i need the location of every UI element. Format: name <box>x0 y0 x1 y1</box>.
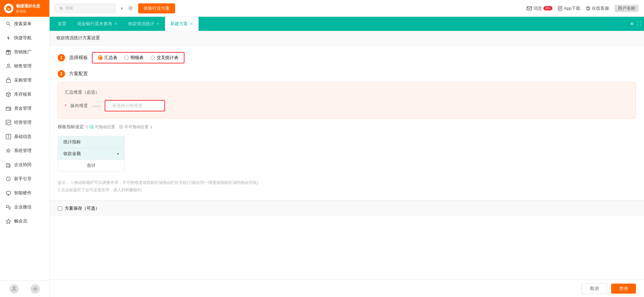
svg-point-17 <box>7 150 9 152</box>
sidebar-item-label: 营销推广 <box>14 49 32 55</box>
sidebar-item-wechat[interactable]: 企业微信 <box>0 200 49 214</box>
radio-circle-summary <box>98 55 103 60</box>
radio-detail[interactable]: 明细表 <box>124 55 144 61</box>
main-area: 搜索 ▾ ⚙ 体验行业方案 消息 99+ App下载 在线客服 用户名称 首页 <box>50 0 644 297</box>
hint-2: 2.点击标题栏下拉可设置排序、插入列和删除列 <box>58 187 636 194</box>
sidebar-item-system[interactable]: 系统管理 <box>0 144 49 158</box>
dimension-row: * 纵向维度 —— 请选择分组维度 <box>65 100 629 111</box>
tab-label: 新建方案 <box>170 21 188 27</box>
sidebar-avatar[interactable] <box>9 284 19 294</box>
svg-point-16 <box>8 135 9 136</box>
tab-new-plan[interactable]: 新建方案 ✕ <box>165 17 199 31</box>
metrics-col2-label: 合计 <box>87 163 96 168</box>
tab-close-icon[interactable]: ✕ <box>114 21 117 26</box>
sidebar-item-label: 企业协同 <box>14 162 32 168</box>
dimension-arrow: —— <box>92 103 101 108</box>
metrics-table: 统计指标 收款金额 ▾ 合计 <box>58 136 125 171</box>
box-icon <box>5 91 11 97</box>
maximize-icon[interactable]: ⛶ <box>637 21 641 27</box>
bag-icon <box>5 77 11 83</box>
logo-text: 畅捷通好生意 <box>16 3 40 9</box>
tab-home[interactable]: 首页 <box>52 17 72 31</box>
sidebar-extra-icon[interactable] <box>31 284 40 294</box>
info-icon <box>5 134 11 140</box>
member-icon <box>5 218 11 224</box>
sidebar-item-guide[interactable]: ? 新手引导 <box>0 172 49 186</box>
cancel-button[interactable]: 取消 <box>582 283 607 294</box>
sidebar-item-quick-nav[interactable]: 快捷导航 <box>0 31 49 45</box>
tab-label: 首页 <box>58 21 66 27</box>
messages-btn[interactable]: 消息 99+ <box>527 5 552 11</box>
draggable-label: 可拖动位置 <box>95 124 115 130</box>
sidebar-item-label: 搜索菜单 <box>14 21 32 27</box>
sidebar-item-funds[interactable]: 资金管理 <box>0 101 49 115</box>
guide-icon: ? <box>5 176 11 182</box>
dimension-placeholder: 请选择分组维度 <box>112 103 143 108</box>
sidebar-item-basic-info[interactable]: 基础信息 <box>0 130 49 144</box>
svg-point-2 <box>7 22 9 25</box>
tab-label: 现金银行流水查询 <box>77 21 112 27</box>
sidebar-item-label: 系统管理 <box>14 148 32 154</box>
metrics-header-label: 统计指标 <box>63 139 81 145</box>
wechat-icon <box>5 204 11 210</box>
sidebar-item-inventory[interactable]: 库存核算 <box>0 87 49 101</box>
metrics-col1-header[interactable]: 收款金额 ▾ <box>58 148 124 160</box>
sidebar-item-label: 经营管理 <box>14 119 32 126</box>
radio-cross[interactable]: 交叉统计表 <box>150 55 178 61</box>
sidebar-bottom <box>0 281 49 297</box>
tab-bar-controls: ✕ ⛶ <box>630 21 641 27</box>
settings-icon <box>5 148 11 154</box>
dimension-select[interactable]: 请选择分组维度 <box>105 100 165 111</box>
svg-point-12 <box>9 109 10 110</box>
required-mark: * <box>65 103 66 108</box>
tab-close-active-icon[interactable]: ✕ <box>190 21 193 26</box>
save-option-label: 方案保存（可选） <box>65 205 100 211</box>
sidebar-item-marketing[interactable]: 营销推广 <box>0 45 49 59</box>
svg-text:B: B <box>8 7 10 10</box>
sidebar-item-purchase[interactable]: 采购管理 <box>0 73 49 87</box>
edition-badge: 标准版 <box>16 9 40 14</box>
draggable-legend-dot <box>90 125 94 129</box>
sidebar-logo: B 畅捷通好生意 标准版 <box>0 0 49 17</box>
industry-btn[interactable]: 体验行业方案 <box>138 3 175 13</box>
metrics-title: 模板指标设定（ <box>58 124 88 130</box>
step2-badge: 2 <box>58 70 65 78</box>
user-name: 用户名称 <box>614 5 639 12</box>
search-box[interactable]: 搜索 <box>55 4 115 13</box>
sidebar-item-hardware[interactable]: 智能硬件 <box>0 186 49 200</box>
radio-summary[interactable]: 汇总表 <box>98 55 117 61</box>
sidebar-item-member[interactable]: 畅会员 <box>0 214 49 228</box>
app-download-btn[interactable]: App下载 <box>558 5 580 11</box>
lightning-icon <box>5 35 11 41</box>
metrics-col2-cell: 合计 <box>58 160 124 171</box>
svg-point-29 <box>60 7 62 9</box>
tab-close-icon[interactable]: ✕ <box>156 21 160 26</box>
support-btn[interactable]: 在线客服 <box>586 5 609 11</box>
chevron-down-icon[interactable]: ▾ <box>121 6 123 11</box>
close-window-icon[interactable]: ✕ <box>630 21 634 27</box>
tab-bank-flow[interactable]: 现金银行流水查询 ✕ <box>72 17 123 31</box>
save-checkbox[interactable] <box>58 206 62 211</box>
content-inner: 收款情况统计方案设置 1 选择模板 汇总表 明细表 <box>50 31 644 280</box>
tab-receipt-stats[interactable]: 收款情况统计 ✕ <box>123 17 165 31</box>
chart-icon <box>5 119 11 126</box>
sidebar-item-label: 销售管理 <box>14 63 32 69</box>
footer-bar: 取消 查询 <box>50 280 644 297</box>
query-button[interactable]: 查询 <box>611 284 636 294</box>
hardware-icon <box>5 190 11 196</box>
sidebar-item-label: 畅会员 <box>14 218 27 224</box>
svg-rect-24 <box>6 191 10 194</box>
sidebar-item-operations[interactable]: 经营管理 <box>0 115 49 130</box>
sidebar-item-sales[interactable]: 销售管理 <box>0 59 49 73</box>
sidebar-item-search-menu[interactable]: 搜索菜单 <box>0 17 49 31</box>
sidebar-item-enterprise[interactable]: 企业协同 <box>0 158 49 172</box>
metrics-header-row[interactable]: 统计指标 <box>58 136 124 148</box>
messages-label: 消息 <box>533 5 542 11</box>
radio-circle-cross <box>150 55 155 60</box>
search-icon <box>5 21 11 27</box>
metrics-closing: ） <box>150 124 154 130</box>
sidebar-item-label: 库存核算 <box>14 91 32 97</box>
dropdown-arrow-icon[interactable]: ▾ <box>117 152 119 156</box>
sidebar-item-label: 企业微信 <box>14 204 32 210</box>
gear-icon[interactable]: ⚙ <box>128 5 133 11</box>
